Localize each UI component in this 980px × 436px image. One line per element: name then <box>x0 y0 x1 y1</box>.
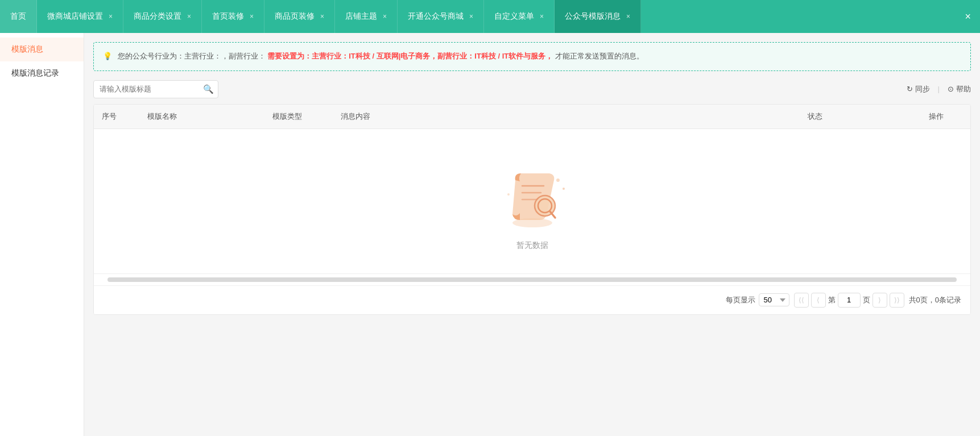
tab-product-decor[interactable]: 商品页装修 × <box>264 0 335 33</box>
tab-home-decor-label: 首页装修 <box>212 11 244 22</box>
tab-store-settings-close[interactable]: × <box>109 13 113 20</box>
tab-open-wechat-mall-close[interactable]: × <box>469 13 473 20</box>
help-button[interactable]: ⊙ 帮助 <box>948 84 971 94</box>
global-close-button[interactable]: × <box>956 0 980 33</box>
tab-category-settings[interactable]: 商品分类设置 × <box>123 0 202 33</box>
help-label: 帮助 <box>956 84 971 94</box>
table-header: 序号 模版名称 模版类型 消息内容 状态 操作 <box>94 105 970 129</box>
tab-store-settings[interactable]: 微商城店铺设置 × <box>37 0 123 33</box>
tab-template-msg-close[interactable]: × <box>626 13 630 20</box>
svg-point-9 <box>507 193 510 196</box>
sync-label: 同步 <box>915 84 930 94</box>
first-page-button[interactable]: ⟨⟨ <box>794 293 809 308</box>
last-page-button[interactable]: ⟩⟩ <box>890 293 904 308</box>
col-name: 模版名称 <box>139 105 264 128</box>
tab-custom-menu-label: 自定义菜单 <box>494 11 534 22</box>
horizontal-scrollbar[interactable] <box>107 277 957 282</box>
scrollbar-wrap <box>94 273 970 285</box>
notice-box: 💡 您的公众号行业为：主营行业：，副营行业： 需要设置为：主营行业：IT科技 /… <box>93 42 971 71</box>
svg-point-7 <box>556 178 560 182</box>
page-size-dropdown[interactable]: 50 10 20 100 <box>759 293 789 306</box>
col-type: 模版类型 <box>264 105 333 128</box>
page-navigation: ⟨⟨ ⟨ 第 页 ⟩ ⟩⟩ <box>794 293 904 308</box>
col-action: 操作 <box>902 105 970 128</box>
col-seq: 序号 <box>94 105 139 128</box>
divider: | <box>938 85 940 93</box>
total-info: 共0页，0条记录 <box>909 295 961 305</box>
tab-home-label: 首页 <box>10 11 26 22</box>
search-bar: 🔍 ↻ 同步 | ⊙ 帮助 <box>93 80 971 98</box>
search-left: 🔍 <box>93 80 218 98</box>
tab-store-settings-label: 微商城店铺设置 <box>47 11 103 22</box>
tab-product-decor-close[interactable]: × <box>320 13 324 20</box>
tab-custom-menu[interactable]: 自定义菜单 × <box>484 0 555 33</box>
tab-category-settings-close[interactable]: × <box>187 13 191 20</box>
sidebar-item-template-msg[interactable]: 模版消息 <box>0 38 84 61</box>
notice-suffix: 才能正常发送预置的消息。 <box>555 52 644 60</box>
content-area: 💡 您的公众号行业为：主营行业：，副营行业： 需要设置为：主营行业：IT科技 /… <box>84 33 980 436</box>
tab-custom-menu-close[interactable]: × <box>540 13 544 20</box>
next-page-button[interactable]: ⟩ <box>873 293 887 308</box>
sidebar-item-template-msg-record[interactable]: 模版消息记录 <box>0 61 84 85</box>
tab-template-msg-label: 公众号模版消息 <box>565 11 621 22</box>
tab-open-wechat-mall[interactable]: 开通公众号商城 × <box>398 0 484 33</box>
tab-bar: 首页 微商城店铺设置 × 商品分类设置 × 首页装修 × 商品页装修 × 店铺主… <box>0 0 980 33</box>
tab-home-decor-close[interactable]: × <box>250 13 254 20</box>
col-content: 消息内容 <box>333 105 800 128</box>
page-prefix: 第 <box>828 295 836 305</box>
tab-open-wechat-mall-label: 开通公众号商城 <box>408 11 464 22</box>
tab-home-decor[interactable]: 首页装修 × <box>202 0 264 33</box>
page-size-label: 每页显示 <box>726 295 755 305</box>
tab-template-msg[interactable]: 公众号模版消息 × <box>555 0 641 33</box>
empty-state: 暂无数据 <box>94 129 970 273</box>
search-icon[interactable]: 🔍 <box>203 84 214 94</box>
tab-product-decor-label: 商品页装修 <box>275 11 315 22</box>
main-layout: 模版消息 模版消息记录 💡 您的公众号行业为：主营行业：，副营行业： 需要设置为… <box>0 33 980 436</box>
empty-text: 暂无数据 <box>516 240 548 251</box>
page-label: 页 <box>863 295 870 305</box>
svg-point-8 <box>563 188 565 190</box>
sync-icon: ↻ <box>907 85 913 93</box>
help-icon: ⊙ <box>948 85 954 93</box>
page-size-select: 每页显示 50 10 20 100 <box>726 293 789 306</box>
tab-store-theme[interactable]: 店铺主题 × <box>335 0 398 33</box>
tab-store-theme-close[interactable]: × <box>383 13 387 20</box>
current-page-input[interactable] <box>838 293 861 308</box>
search-input[interactable] <box>93 80 218 98</box>
empty-illustration-svg <box>498 163 567 231</box>
empty-illustration <box>498 163 567 231</box>
notice-highlight: 需要设置为：主营行业：IT科技 / 互联网|电子商务，副营行业：IT科技 / I… <box>267 52 553 60</box>
tab-category-settings-label: 商品分类设置 <box>134 11 181 22</box>
prev-page-button[interactable]: ⟨ <box>811 293 826 308</box>
sync-button[interactable]: ↻ 同步 <box>907 84 930 94</box>
pagination-bar: 每页显示 50 10 20 100 ⟨⟨ ⟨ 第 页 ⟩ ⟩⟩ <box>94 285 970 314</box>
data-table: 序号 模版名称 模版类型 消息内容 状态 操作 <box>93 104 971 315</box>
tab-store-theme-label: 店铺主题 <box>345 11 377 22</box>
sidebar: 模版消息 模版消息记录 <box>0 33 84 436</box>
bulb-icon: 💡 <box>103 52 112 60</box>
col-status: 状态 <box>800 105 902 128</box>
notice-prefix: 您的公众号行业为：主营行业：，副营行业： <box>118 52 266 60</box>
search-right: ↻ 同步 | ⊙ 帮助 <box>907 84 971 94</box>
tab-home[interactable]: 首页 <box>0 0 37 33</box>
search-input-wrap: 🔍 <box>93 80 218 98</box>
